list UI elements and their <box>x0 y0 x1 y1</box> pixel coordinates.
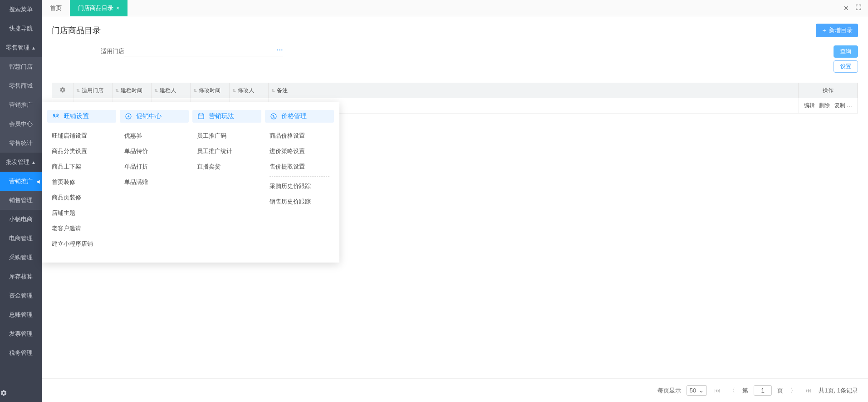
nav-quick-nav[interactable]: 快捷导航 <box>0 19 42 38</box>
per-page-label: 每页显示 <box>657 387 681 395</box>
mega-item[interactable]: 商品页装修 <box>47 190 116 205</box>
col-config[interactable] <box>52 83 73 98</box>
page-number-input[interactable] <box>754 385 772 396</box>
mega-head-price-mgmt: 价格管理 <box>265 110 334 123</box>
per-page-select[interactable]: 50 ⌄ <box>687 385 707 396</box>
gear-icon <box>59 88 66 94</box>
plus-icon: ＋ <box>821 26 827 35</box>
action-copy[interactable]: 复制 <box>834 102 845 109</box>
col-modified-at[interactable]: ⇅修改时间 <box>190 83 229 98</box>
nav-inventory[interactable]: 库存核算 <box>0 267 42 286</box>
mega-item[interactable]: 售价提取设置 <box>265 159 334 174</box>
chevron-down-icon: ⌄ <box>699 387 704 394</box>
nav-member-center[interactable]: 会员中心 <box>0 114 42 134</box>
mega-item[interactable]: 直播卖货 <box>192 159 261 174</box>
svg-rect-3 <box>198 114 204 119</box>
mega-item[interactable]: 商品价格设置 <box>265 128 334 144</box>
tab-home[interactable]: 首页 <box>42 0 70 16</box>
svg-point-0 <box>53 114 55 116</box>
mega-item[interactable]: 老客户邀请 <box>47 221 116 236</box>
sort-icon[interactable]: ⇅ <box>115 88 119 93</box>
page-suffix: 页 <box>777 387 783 395</box>
mega-head-shop-settings: 旺铺设置 <box>47 110 116 123</box>
close-icon[interactable]: × <box>116 5 119 11</box>
action-view[interactable]: 查看 <box>849 102 857 109</box>
filter-store-label: 适用门店 <box>52 45 124 55</box>
mega-item[interactable]: 单品满赠 <box>120 174 189 190</box>
sort-icon[interactable]: ⇅ <box>232 88 236 93</box>
col-operations: 操作 <box>799 83 858 98</box>
mega-item[interactable]: 单品打折 <box>120 159 189 174</box>
nav-purchase-mgmt[interactable]: 采购管理 <box>0 248 42 267</box>
mega-item[interactable]: 员工推广统计 <box>192 144 261 159</box>
menu-divider <box>270 176 329 177</box>
action-delete[interactable]: 删除 <box>819 102 830 109</box>
page-header: 门店商品目录 ＋ 新增目录 <box>42 16 868 42</box>
col-created-by[interactable]: ⇅建档人 <box>151 83 190 98</box>
pagination-bar: 每页显示 50 ⌄ ⏮ 〈 第 页 〉 ⏭ 共1页, 1条记录 <box>42 378 868 402</box>
mega-head-promo-center: 促销中心 <box>120 110 189 123</box>
tabs-bar: 首页 门店商品目录 × ✕ <box>42 0 868 16</box>
marketing-icon <box>197 112 205 120</box>
mega-item[interactable]: 首页装修 <box>47 174 116 190</box>
lookup-icon[interactable]: ··· <box>277 46 283 53</box>
col-store[interactable]: ⇅适用门店 <box>73 83 112 98</box>
filter-store-input[interactable] <box>124 45 283 56</box>
svg-point-1 <box>57 114 59 116</box>
col-created-at[interactable]: ⇅建档时间 <box>112 83 151 98</box>
nav-tax-mgmt[interactable]: 税务管理 <box>0 343 42 362</box>
nav-retail-mgmt[interactable]: 零售管理▲ <box>0 38 42 57</box>
nav-ledger-mgmt[interactable]: 总账管理 <box>0 305 42 324</box>
cell-remark <box>268 98 799 113</box>
mega-item[interactable]: 旺铺店铺设置 <box>47 128 116 144</box>
nav-wholesale-mgmt[interactable]: 批发管理▲ <box>0 153 42 172</box>
sort-icon[interactable]: ⇅ <box>154 88 158 93</box>
nav-marketing-retail[interactable]: 营销推广 <box>0 95 42 114</box>
promo-icon <box>124 112 132 120</box>
cell-actions: 编辑 删除 复制 查看 <box>799 98 858 113</box>
fullscreen-icon[interactable] <box>855 4 862 12</box>
nav-sales-mgmt[interactable]: 销售管理 <box>0 191 42 210</box>
nav-invoice-mgmt[interactable]: 发票管理 <box>0 324 42 343</box>
page-prev-icon[interactable]: 〈 <box>727 387 737 395</box>
mega-item[interactable]: 商品上下架 <box>47 159 116 174</box>
nav-search-menu[interactable]: 搜索菜单 <box>0 0 42 19</box>
add-catalog-button[interactable]: ＋ 新增目录 <box>816 24 858 37</box>
page-first-icon[interactable]: ⏮ <box>712 387 722 394</box>
close-tab-window-icon[interactable]: ✕ <box>843 5 849 12</box>
col-remark[interactable]: ⇅备注 <box>268 83 799 98</box>
sort-icon[interactable]: ⇅ <box>76 88 80 93</box>
mega-item[interactable]: 建立小程序店铺 <box>47 236 116 252</box>
sort-icon[interactable]: ⇅ <box>271 88 275 93</box>
action-edit[interactable]: 编辑 <box>804 102 815 109</box>
nav-funds-mgmt[interactable]: 资金管理 <box>0 286 42 305</box>
gear-icon <box>0 389 42 397</box>
query-button[interactable]: 查询 <box>834 45 858 58</box>
nav-ecommerce-small[interactable]: 小畅电商 <box>0 210 42 229</box>
filter-row: 适用门店 ··· 查询 设置 <box>42 42 868 79</box>
page-summary: 共1页, 1条记录 <box>819 387 858 395</box>
mega-item[interactable]: 单品特价 <box>120 144 189 159</box>
settings-button[interactable] <box>0 384 42 402</box>
page-last-icon[interactable]: ⏭ <box>804 387 813 394</box>
nav-retail-stats[interactable]: 零售统计 <box>0 134 42 153</box>
nav-retail-mall[interactable]: 零售商城 <box>0 76 42 95</box>
mega-item[interactable]: 进价策略设置 <box>265 144 334 159</box>
mega-item[interactable]: 优惠券 <box>120 128 189 144</box>
mega-item[interactable]: 采购历史价跟踪 <box>265 179 334 194</box>
sort-icon[interactable]: ⇅ <box>193 88 197 93</box>
nav-ecommerce-mgmt[interactable]: 电商管理 <box>0 229 42 248</box>
nav-marketing-wholesale[interactable]: 营销推广◀ <box>0 172 42 191</box>
mega-item[interactable]: 店铺主题 <box>47 205 116 221</box>
mega-item[interactable]: 销售历史价跟踪 <box>265 194 334 209</box>
mega-item[interactable]: 员工推广码 <box>192 128 261 144</box>
mega-item[interactable]: 商品分类设置 <box>47 144 116 159</box>
sidebar: 搜索菜单 快捷导航 零售管理▲ 智慧门店 零售商城 营销推广 会员中心 零售统计… <box>0 0 42 402</box>
col-modified-by[interactable]: ⇅修改人 <box>229 83 268 98</box>
setting-button[interactable]: 设置 <box>834 60 858 73</box>
tab-store-catalog[interactable]: 门店商品目录 × <box>70 0 128 16</box>
nav-smart-store[interactable]: 智慧门店 <box>0 57 42 76</box>
page-next-icon[interactable]: 〉 <box>789 387 798 395</box>
active-indicator-icon: ◀ <box>36 179 40 184</box>
page-prefix: 第 <box>742 387 748 395</box>
